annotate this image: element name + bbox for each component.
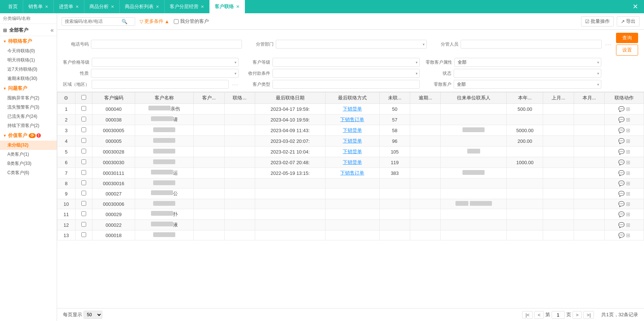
action-grid-icon[interactable]: ⊞ xyxy=(626,149,630,155)
action-chat-icon[interactable]: 💬 xyxy=(618,191,624,197)
action-grid-icon[interactable]: ⊞ xyxy=(626,117,630,123)
col-checkbox[interactable] xyxy=(75,92,92,104)
nav-tab-analysis[interactable]: 商品分析 ✕ xyxy=(84,0,120,13)
payment-select[interactable] xyxy=(272,69,420,78)
td-checkbox[interactable] xyxy=(75,147,92,157)
sidebar-group-problem[interactable]: ▼ 问题客户 xyxy=(0,83,57,94)
td-checkbox[interactable] xyxy=(75,157,92,168)
td-last-way[interactable]: 下销货单 xyxy=(325,104,379,114)
col-no-contact[interactable]: 未联... xyxy=(379,92,410,104)
page-input[interactable] xyxy=(552,311,565,319)
region-more-icon[interactable]: ··· xyxy=(232,82,239,87)
nav-tab-customer-tier[interactable]: 客户分层经营 ✕ xyxy=(165,0,210,13)
analysis-tab-close[interactable]: ✕ xyxy=(111,4,114,9)
action-chat-icon[interactable]: 💬 xyxy=(618,180,624,186)
sidebar-item-tomorrow[interactable]: 明天待联络(1) xyxy=(0,56,57,65)
col-last-way[interactable]: 最后联络方式 xyxy=(325,92,379,104)
action-chat-icon[interactable]: 💬 xyxy=(618,106,624,112)
row-checkbox[interactable] xyxy=(81,117,86,121)
col-this-month[interactable]: 本月... xyxy=(574,92,604,104)
sidebar-group-value[interactable]: ▼ 价值客户 ⟳ ! xyxy=(0,130,57,141)
retail-customer-select[interactable]: 全部 xyxy=(454,80,601,89)
query-button[interactable]: 查询 xyxy=(616,33,638,43)
sidebar-collapse-btn[interactable]: « xyxy=(50,27,54,33)
td-checkbox[interactable] xyxy=(75,136,92,147)
td-checkbox[interactable] xyxy=(75,114,92,125)
reset-button[interactable]: 设置 xyxy=(616,45,638,56)
action-chat-icon[interactable]: 💬 xyxy=(618,232,624,238)
nav-tab-purchase[interactable]: 进货单 ✕ xyxy=(54,0,84,13)
retail-attr-select[interactable]: 全部 xyxy=(454,58,601,67)
nature-select[interactable] xyxy=(91,69,239,78)
td-checkbox[interactable] xyxy=(75,188,92,199)
td-last-way[interactable]: 下销售订单 xyxy=(325,114,379,125)
action-grid-icon[interactable]: ⊞ xyxy=(626,201,630,207)
nav-tab-sales[interactable]: 销售单 ✕ xyxy=(23,0,54,13)
td-checkbox[interactable] xyxy=(75,199,92,209)
action-grid-icon[interactable]: ⊞ xyxy=(626,232,630,238)
action-chat-icon[interactable]: 💬 xyxy=(618,149,624,155)
sidebar-item-churned[interactable]: 已流失客户(24) xyxy=(0,112,57,121)
td-last-way[interactable]: 下销售订单 xyxy=(325,168,379,179)
row-checkbox[interactable] xyxy=(81,201,86,206)
row-checkbox[interactable] xyxy=(81,138,86,143)
search-icon[interactable]: 🔍 xyxy=(122,19,127,24)
row-checkbox[interactable] xyxy=(81,106,86,111)
action-grid-icon[interactable]: ⊞ xyxy=(626,159,630,165)
sidebar-item-class-a[interactable]: A类客户(1) xyxy=(0,150,57,159)
customer-contact-tab-close[interactable]: ✕ xyxy=(236,4,239,9)
filter-more-btn[interactable]: ▽ 更多条件 ▲ xyxy=(140,18,169,25)
person-more-icon[interactable]: ··· xyxy=(605,42,612,47)
sidebar-all-customers[interactable]: ⊞ 全部客户 « xyxy=(0,24,57,36)
action-grid-icon[interactable]: ⊞ xyxy=(626,106,630,112)
td-last-way[interactable]: 下销货单 xyxy=(325,157,379,168)
td-checkbox[interactable] xyxy=(75,209,92,220)
action-grid-icon[interactable]: ⊞ xyxy=(626,222,630,228)
action-grid-icon[interactable]: ⊞ xyxy=(626,191,630,197)
col-type[interactable]: 客户... xyxy=(194,92,224,104)
row-checkbox[interactable] xyxy=(81,191,86,195)
customer-level-select[interactable] xyxy=(272,58,420,67)
row-checkbox[interactable] xyxy=(81,149,86,154)
row-checkbox[interactable] xyxy=(81,211,86,216)
action-chat-icon[interactable]: 💬 xyxy=(618,117,624,123)
page-first-btn[interactable]: |< xyxy=(522,311,533,319)
row-checkbox[interactable] xyxy=(81,232,86,237)
sales-tab-close[interactable]: ✕ xyxy=(45,4,48,9)
sidebar-search-input[interactable] xyxy=(3,16,57,21)
td-checkbox[interactable] xyxy=(75,168,92,179)
col-last-date[interactable]: 最后联络日期 xyxy=(255,92,325,104)
row-checkbox[interactable] xyxy=(81,159,86,164)
nav-window-close[interactable]: ✕ xyxy=(630,3,641,11)
td-last-way[interactable]: 下销货单 xyxy=(325,136,379,147)
nav-tab-analysis-list[interactable]: 商品分析列表 ✕ xyxy=(120,0,165,13)
export-btn[interactable]: ↗ 导出 xyxy=(617,16,640,27)
per-page-select[interactable]: 50 20 100 xyxy=(84,311,102,319)
action-chat-icon[interactable]: 💬 xyxy=(618,159,624,165)
td-checkbox[interactable] xyxy=(75,125,92,136)
status-select[interactable] xyxy=(454,69,601,78)
action-chat-icon[interactable]: 💬 xyxy=(618,222,624,228)
action-chat-icon[interactable]: 💬 xyxy=(618,127,624,133)
col-overdue[interactable]: 逾期... xyxy=(410,92,441,104)
action-grid-icon[interactable]: ⊞ xyxy=(626,170,630,176)
action-grid-icon[interactable]: ⊞ xyxy=(626,138,630,144)
my-customers-checkbox[interactable] xyxy=(174,19,179,24)
col-gear[interactable]: ⚙ xyxy=(57,92,75,104)
row-checkbox[interactable] xyxy=(81,170,86,175)
td-checkbox[interactable] xyxy=(75,179,92,188)
batch-action-btn[interactable]: ☑ 批量操作 xyxy=(581,16,614,27)
page-next-btn[interactable]: > xyxy=(573,311,582,319)
sidebar-item-churn-warning[interactable]: 流失预警客户(3) xyxy=(0,103,57,112)
sidebar-item-abnormal[interactable]: 囤购异常客户(2) xyxy=(0,94,57,103)
sidebar-item-class-b[interactable]: B类客户(33) xyxy=(0,159,57,168)
sidebar-item-declining[interactable]: 持续下滑客户(2) xyxy=(0,121,57,130)
nav-tab-customer-contact[interactable]: 客户联络 ✕ xyxy=(210,0,245,13)
sidebar-item-class-c[interactable]: C类客户(6) xyxy=(0,168,57,177)
select-all-checkbox[interactable] xyxy=(81,95,86,100)
sidebar-item-overdue[interactable]: 逾期未联络(30) xyxy=(0,74,57,83)
person-input[interactable] xyxy=(461,40,602,49)
col-code[interactable]: 客户编码 xyxy=(92,92,135,104)
sidebar-item-today[interactable]: 今天待联络(0) xyxy=(0,46,57,56)
col-contact-person[interactable]: 往来单位联系人 xyxy=(441,92,507,104)
